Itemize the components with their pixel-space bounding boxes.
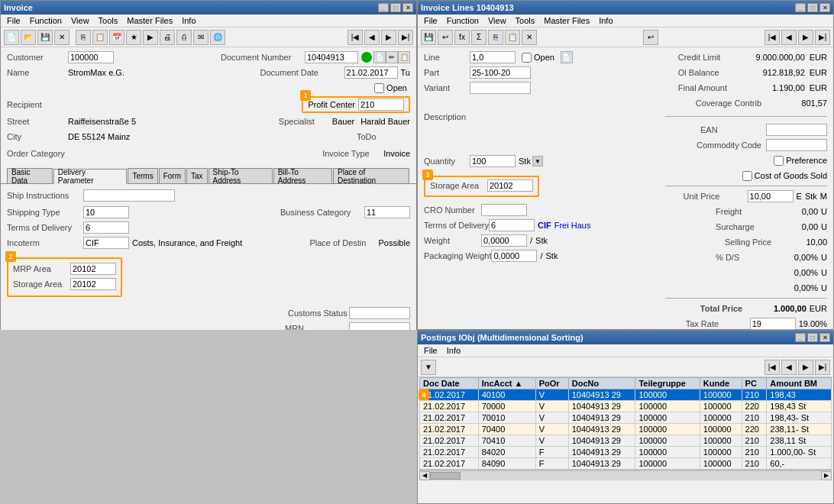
open-btn[interactable]: 📂	[21, 30, 36, 45]
lines-menu-view[interactable]: View	[483, 15, 511, 26]
lines-copy-btn[interactable]: ⎘	[488, 30, 503, 45]
storage-area-input[interactable]	[70, 278, 116, 290]
filter-btn[interactable]: ▼	[421, 360, 436, 375]
nav-prev[interactable]: ◀	[364, 30, 380, 45]
doc-date-input[interactable]	[344, 66, 398, 79]
nav-next[interactable]: ▶	[381, 30, 396, 45]
lines-paste-btn[interactable]: 📋	[505, 30, 520, 45]
line-input[interactable]	[470, 51, 516, 63]
lines-open-checkbox[interactable]	[522, 53, 532, 63]
close-btn-3[interactable]: ✕	[819, 333, 830, 342]
tab-terms[interactable]: Terms	[128, 168, 157, 183]
close-btn-2[interactable]: ✕	[819, 3, 830, 12]
menu-tools[interactable]: Tools	[94, 15, 123, 26]
table-row[interactable]: 21.02.2017 84020 F 10404913 29 100000 10…	[420, 447, 832, 458]
tab-basic-data[interactable]: Basic Data	[7, 168, 53, 183]
ship-instructions-input[interactable]	[83, 189, 175, 202]
incoterm-input[interactable]	[83, 237, 129, 249]
lines-delete-btn[interactable]: ✕	[522, 30, 537, 45]
doc-icon2[interactable]: ✏	[386, 51, 398, 63]
tab-bill-to[interactable]: Bill-To Address	[273, 168, 332, 183]
storage-area-input-3[interactable]	[487, 179, 533, 192]
quantity-input[interactable]	[470, 155, 516, 167]
nav-last[interactable]: ▶|	[398, 30, 413, 45]
nav-first[interactable]: |◀	[348, 30, 363, 45]
scroll-left-btn[interactable]: ◀	[419, 471, 430, 480]
menu-function[interactable]: Function	[25, 15, 66, 26]
minimize-btn-2[interactable]: _	[795, 3, 806, 12]
close-btn[interactable]: ✕	[402, 3, 413, 12]
maximize-btn-3[interactable]: □	[807, 333, 818, 342]
h-scrollbar[interactable]: ◀ ▶	[419, 470, 832, 480]
unit-price-input[interactable]	[748, 190, 794, 202]
ean-input[interactable]	[766, 124, 827, 136]
lines-menu-file[interactable]: File	[419, 15, 442, 26]
quantity-dropdown[interactable]: ▼	[532, 156, 543, 166]
lines-nav-next[interactable]: ▶	[798, 30, 813, 45]
customs-input[interactable]	[349, 307, 410, 319]
weight-input[interactable]	[481, 234, 527, 247]
postings-menu-info[interactable]: Info	[442, 345, 465, 356]
tab-place[interactable]: Place of Destination	[333, 168, 409, 183]
tab-form[interactable]: Form	[159, 168, 186, 183]
table-row[interactable]: 21.02.2017 70000 V 10404913 29 100000 10…	[420, 401, 832, 412]
postings-nav-last[interactable]: ▶|	[815, 360, 830, 375]
lines-terms-input[interactable]	[489, 219, 535, 231]
save-btn[interactable]: 💾	[37, 30, 53, 45]
new-btn[interactable]: 📄	[4, 30, 19, 45]
paste-btn[interactable]: 📋	[92, 30, 108, 45]
table-row[interactable]: 21.02.2017 70010 V 10404913 29 100000 10…	[420, 412, 832, 424]
lines-doc-icon[interactable]: 📄	[561, 51, 573, 63]
preference-checkbox[interactable]	[774, 156, 784, 166]
lines-menu-masterfiles[interactable]: Master Files	[539, 15, 594, 26]
scroll-right-btn[interactable]: ▶	[821, 471, 832, 480]
print2-btn[interactable]: ⎙	[176, 30, 192, 45]
tab-ship-to[interactable]: Ship-To Address	[208, 168, 273, 183]
scroll-thumb[interactable]	[430, 472, 461, 480]
postings-menu-file[interactable]: File	[419, 345, 442, 356]
lines-nav-prev[interactable]: ◀	[781, 30, 797, 45]
open-checkbox[interactable]	[374, 83, 384, 93]
customer-input[interactable]	[68, 51, 114, 63]
postings-nav-next[interactable]: ▶	[798, 360, 813, 375]
pkg-weight-input[interactable]	[491, 250, 537, 262]
commodity-input[interactable]	[766, 139, 827, 151]
minimize-btn[interactable]: _	[378, 3, 389, 12]
maximize-btn[interactable]: □	[390, 3, 401, 12]
lines-menu-info[interactable]: Info	[594, 15, 617, 26]
globe-btn[interactable]: 🌐	[210, 30, 225, 45]
profit-center-input[interactable]	[358, 99, 404, 111]
cogs-checkbox[interactable]	[742, 171, 752, 181]
lines-arrow-btn[interactable]: ↩	[643, 30, 658, 45]
lines-undo-btn[interactable]: ↩	[438, 30, 453, 45]
lines-nav-first[interactable]: |◀	[764, 30, 780, 45]
calendar-btn[interactable]: 📅	[109, 30, 124, 45]
terms-delivery-input[interactable]	[83, 221, 129, 234]
lines-save-btn[interactable]: 💾	[421, 30, 436, 45]
shipping-type-input[interactable]	[83, 206, 129, 218]
lines-nav-last[interactable]: ▶|	[815, 30, 830, 45]
lines-menu-function[interactable]: Function	[442, 15, 483, 26]
lines-fx-btn[interactable]: fx	[454, 30, 470, 45]
postings-nav-prev[interactable]: ◀	[781, 360, 797, 375]
doc-icon1[interactable]: 📄	[373, 51, 386, 63]
table-row[interactable]: 21.02.2017 84090 F 10404913 29 100000 10…	[420, 458, 832, 470]
doc-number-input[interactable]	[305, 51, 358, 63]
tab-tax[interactable]: Tax	[186, 168, 208, 183]
menu-masterfiles[interactable]: Master Files	[122, 15, 177, 26]
variant-input[interactable]	[470, 82, 531, 94]
cro-input[interactable]	[481, 204, 527, 216]
postings-nav-first[interactable]: |◀	[764, 360, 780, 375]
lines-menu-tools[interactable]: Tools	[511, 15, 540, 26]
menu-info[interactable]: Info	[177, 15, 200, 26]
minimize-btn-3[interactable]: _	[795, 333, 806, 342]
doc-icon3[interactable]: 📋	[398, 51, 410, 63]
tab-delivery-param[interactable]: Delivery Parameter	[53, 169, 128, 184]
menu-view[interactable]: View	[66, 15, 94, 26]
star-btn[interactable]: ★	[126, 30, 141, 45]
table-row[interactable]: 21.02.2017 70410 V 10404913 29 100000 10…	[420, 435, 832, 447]
scroll-track[interactable]	[430, 472, 821, 480]
menu-file[interactable]: File	[2, 15, 25, 26]
part-input[interactable]	[470, 66, 531, 79]
mrp-area-input[interactable]	[70, 263, 116, 275]
